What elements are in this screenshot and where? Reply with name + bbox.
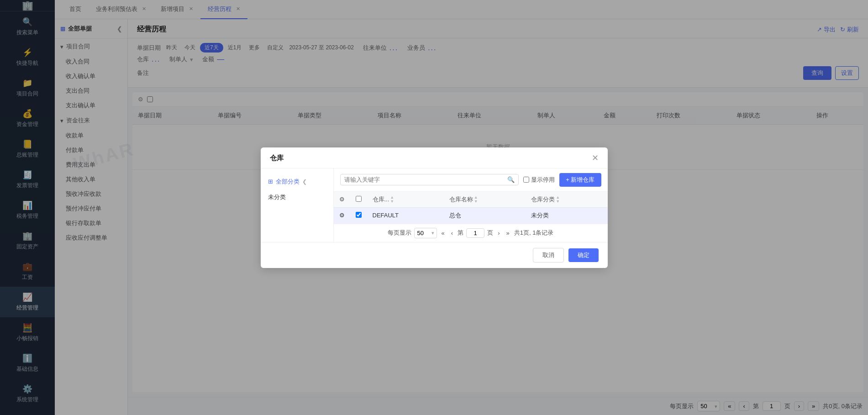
modal-right-panel: 🔍 显示停用 + 新增仓库 ⚙	[334, 168, 608, 242]
modal-body: ⊞ 全部分类 ❮ 未分类 🔍 显示停用	[261, 168, 608, 242]
modal-col-category: 仓库分类 ▲▼	[526, 192, 607, 208]
modal-table: ⚙ 仓库... ▲▼	[334, 192, 608, 224]
modal-pagination: 每页显示 50 100 « ‹ 第 页 › » 共1页, 1条记录	[334, 224, 608, 242]
modal-last-page-btn[interactable]: »	[505, 229, 511, 237]
modal-row-name: 总仓	[444, 207, 526, 223]
modal-row-checkbox	[350, 207, 367, 223]
modal-select-all[interactable]	[356, 196, 362, 202]
modal-per-page-select[interactable]: 50 100	[414, 228, 437, 238]
modal-col-name: 仓库名称 ▲▼	[444, 192, 526, 208]
grid-icon2: ⊞	[268, 178, 273, 185]
modal-row-code: DEFAULT	[367, 207, 444, 223]
modal-left-unclassified[interactable]: 未分类	[261, 189, 333, 205]
modal-table-header-row: ⚙ 仓库... ▲▼	[334, 192, 608, 208]
cancel-button[interactable]: 取消	[533, 248, 564, 263]
show-disabled-checkbox[interactable]	[523, 177, 529, 183]
show-disabled-checkbox-label[interactable]: 显示停用	[523, 176, 555, 184]
modal-row-gear: ⚙	[334, 207, 350, 223]
modal-header: 仓库 ✕	[261, 147, 608, 168]
modal-table-wrap: ⚙ 仓库... ▲▼	[334, 192, 608, 224]
search-icon: 🔍	[507, 176, 515, 183]
modal-left-panel: ⊞ 全部分类 ❮ 未分类	[261, 168, 334, 242]
modal-current-page-input[interactable]	[466, 228, 484, 238]
modal-toolbar: 🔍 显示停用 + 新增仓库	[334, 168, 608, 192]
modal-overlay: 仓库 ✕ ⊞ 全部分类 ❮ 未分类	[0, 0, 868, 415]
modal-next-page-btn[interactable]: ›	[496, 229, 501, 237]
modal-per-page-label: 每页显示	[388, 229, 411, 237]
modal-page-label-before: 第	[458, 229, 463, 237]
add-warehouse-button[interactable]: + 新增仓库	[559, 173, 601, 187]
collapse-icon[interactable]: ❮	[302, 179, 307, 185]
modal-prev-page-btn[interactable]: ‹	[449, 229, 455, 237]
modal-first-page-btn[interactable]: «	[440, 229, 447, 237]
modal-table-row[interactable]: ⚙ DEFAULT 总仓 未分类	[334, 207, 608, 223]
modal-footer: 取消 确定	[261, 242, 608, 268]
modal-left-all-categories[interactable]: ⊞ 全部分类 ❮	[261, 174, 333, 189]
modal-col-code: 仓库... ▲▼	[367, 192, 444, 208]
confirm-button[interactable]: 确定	[568, 248, 599, 262]
modal-search-box[interactable]: 🔍	[340, 174, 519, 185]
modal-page-label-after: 页	[487, 229, 493, 237]
modal-row-select[interactable]	[356, 212, 362, 218]
warehouse-modal: 仓库 ✕ ⊞ 全部分类 ❮ 未分类	[261, 147, 608, 268]
modal-total-label: 共1页, 1条记录	[514, 229, 554, 237]
modal-col-gear: ⚙	[334, 192, 350, 208]
modal-title: 仓库	[270, 154, 284, 163]
modal-col-checkbox	[350, 192, 367, 208]
modal-row-category: 未分类	[526, 207, 607, 223]
modal-search-input[interactable]	[344, 176, 505, 183]
modal-close-button[interactable]: ✕	[592, 154, 599, 162]
modal-per-page-select-wrap[interactable]: 50 100	[414, 228, 437, 238]
